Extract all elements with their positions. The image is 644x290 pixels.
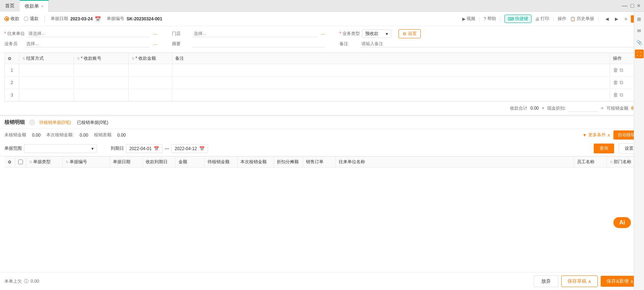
range-filter: 单据范围 ▾ [4, 144, 106, 153]
prev-icon[interactable]: ◀ [602, 15, 611, 23]
counterparty-more-icon[interactable]: ··· [153, 31, 157, 37]
table-header-gear[interactable]: ⚙ [5, 53, 19, 64]
carry-forward-value: 0.00 [31, 279, 39, 284]
draft-btn[interactable]: 保存草稿 ∧ [561, 275, 598, 287]
sidebar-camera-icon[interactable]: ⛶ [635, 50, 644, 58]
sidebar-clip-icon[interactable]: 📎 [635, 38, 644, 47]
shortcut-label: 快捷键 [515, 16, 528, 22]
row1-delete-icon[interactable]: 🗑 [613, 67, 618, 73]
radio-receipt-label: 收款 [11, 16, 19, 22]
help-label: 帮助 [487, 16, 496, 22]
minimize-icon[interactable]: — [622, 3, 628, 9]
remarks-input[interactable] [360, 40, 640, 47]
date-from-input[interactable]: 2022-04-01 📅 [126, 144, 162, 153]
discount-input[interactable] [569, 105, 598, 112]
row3-account[interactable] [74, 89, 129, 101]
form-row-1: 往来单位 ··· 门店 ··· 业务类型 预收款 ▾ ⚙ 设置 [4, 29, 640, 38]
sidebar-table-icon[interactable]: ⊞ [635, 15, 644, 23]
this-time-label: 本次核销金额: [46, 132, 74, 138]
table-header-account: ⇅ * 收款账号 [74, 53, 129, 64]
row2-amount[interactable] [129, 77, 172, 89]
query-btn[interactable]: 查询 [594, 144, 614, 153]
help-btn[interactable]: ? 帮助 [484, 16, 496, 22]
done-tab[interactable]: 已核销单据(0笔) [77, 119, 109, 126]
operation-btn[interactable]: 操作 [558, 16, 566, 22]
list-icon[interactable]: ≡ [621, 15, 630, 23]
select-all-checkbox[interactable] [18, 160, 23, 164]
range-select[interactable]: ▾ [24, 144, 97, 153]
radio-receipt[interactable]: 收款 [4, 16, 19, 22]
tab-close-icon[interactable]: × [41, 4, 43, 8]
doc-date-value: 2023-03-24 [70, 16, 93, 21]
radio-refund[interactable]: 退款 [24, 16, 39, 22]
more-filter-btn[interactable]: ▼ 更多条件 ∧ [582, 132, 610, 138]
table-header-settlement: ⇅ 结算方式 [19, 53, 74, 64]
ai-badge[interactable]: Ai [613, 217, 631, 228]
shortcut-btn[interactable]: ⌨ 快捷键 [504, 15, 531, 23]
maximize-icon[interactable]: □ [631, 3, 634, 9]
save-label: 保存&新增 [606, 278, 629, 285]
salesperson-input[interactable] [25, 40, 149, 47]
account-label: * 收款账号 [81, 55, 101, 62]
row3-copy-icon[interactable]: ⧉ [620, 92, 623, 98]
row1-account[interactable] [74, 64, 129, 76]
row3-delete-icon[interactable]: 🗑 [613, 92, 618, 98]
row1-copy-icon[interactable]: ⧉ [620, 67, 623, 73]
bt-gear[interactable]: ⚙ [4, 157, 15, 167]
equals-sign: = [601, 106, 604, 111]
biz-type-field: 业务类型 预收款 ▾ ⚙ 设置 [339, 29, 640, 38]
history-btn[interactable]: 📋 历史单据 [570, 16, 594, 22]
calendar-icon[interactable]: 📅 [95, 16, 101, 22]
store-label: 门店 [172, 31, 190, 37]
biz-type-select[interactable]: 预收款 ▾ [362, 30, 391, 38]
row1-remark[interactable] [172, 64, 610, 76]
store-more-icon[interactable]: ··· [321, 31, 325, 37]
draft-label: 保存草稿 [568, 278, 586, 285]
date-to-input[interactable]: 2022-04-12 📅 [171, 144, 208, 153]
tab-current-label: 收款单 [25, 3, 39, 9]
pending-tab[interactable]: 待核销单据(0笔) [39, 119, 71, 126]
due-date-label: 到期日 [111, 145, 124, 152]
video-label: 视频 [467, 16, 475, 22]
info-icon[interactable]: ⓘ [29, 119, 35, 125]
row2-delete-icon[interactable]: 🗑 [613, 79, 618, 86]
footer-right: 放弃 保存草稿 ∧ 保存&新增 ∧ [534, 275, 640, 287]
row2-remark[interactable] [172, 77, 610, 89]
form-area: 往来单位 ··· 门店 ··· 业务类型 预收款 ▾ ⚙ 设置 [0, 26, 644, 53]
counterparty-input[interactable] [27, 30, 149, 37]
bt-checkbox[interactable] [15, 157, 26, 167]
abandon-btn[interactable]: 放弃 [534, 275, 558, 287]
bt-header-counterparty: 往来单位名称 [336, 157, 574, 167]
right-sidebar: ⊞ ✉ 📎 ⛶ [634, 12, 644, 290]
row3-amount[interactable] [129, 89, 172, 101]
range-label: 单据范围 [4, 145, 22, 152]
sidebar-email-icon[interactable]: ✉ [635, 26, 644, 35]
receipt-type-group: 收款 退款 [4, 16, 39, 22]
next-icon[interactable]: ▶ [612, 15, 621, 23]
tab-home[interactable]: 首页 [0, 0, 20, 12]
close-window-icon[interactable]: × [637, 3, 640, 9]
row2-copy-icon[interactable]: ⧉ [620, 79, 623, 86]
radio-refund-label: 退款 [30, 16, 39, 22]
table-header-amount: ⇅ * 收款金额 [129, 53, 172, 64]
salesperson-more-icon[interactable]: ··· [153, 41, 157, 47]
row1-settlement[interactable] [19, 64, 74, 76]
row2-settlement[interactable] [19, 77, 74, 89]
store-input[interactable] [192, 30, 317, 37]
window-controls: — □ × [622, 3, 644, 9]
print-btn[interactable]: 🖨 打印 [535, 16, 549, 22]
action-label: 操作 [613, 55, 622, 62]
row1-amount[interactable] [129, 64, 172, 76]
draft-chevron-icon: ∧ [588, 279, 592, 284]
row3-settlement[interactable] [19, 89, 74, 101]
video-btn[interactable]: ▶ 视频 [462, 16, 475, 22]
row2-account[interactable] [74, 77, 129, 89]
carry-forward-info-icon[interactable]: ⓘ [24, 278, 28, 285]
settings-button[interactable]: ⚙ 设置 [398, 29, 421, 38]
summary-input[interactable] [192, 40, 325, 47]
summary-label: 摘要 [172, 41, 190, 47]
row1-index: 1 [5, 64, 19, 76]
row3-remark[interactable] [172, 89, 610, 101]
tab-current[interactable]: 收款单 × [20, 0, 49, 12]
calendar-to-icon: 📅 [199, 146, 205, 151]
